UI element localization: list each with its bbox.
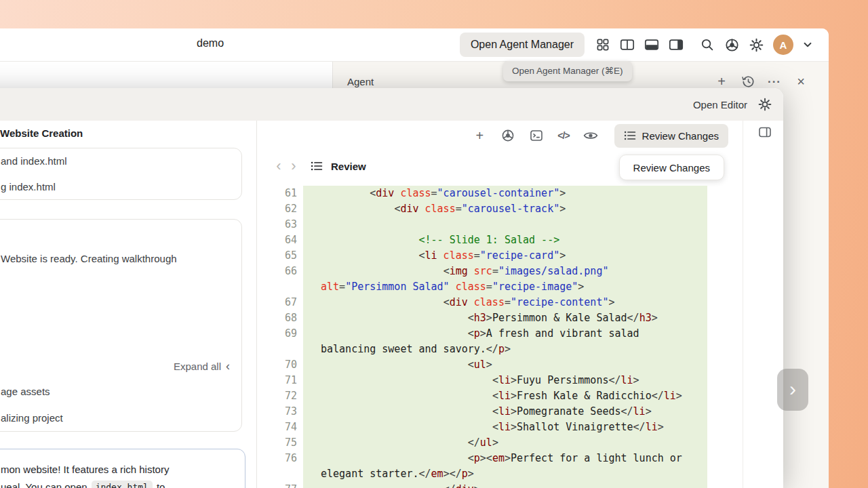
code-line: <li class="recipe-card"> xyxy=(303,248,707,264)
split-columns-icon[interactable] xyxy=(620,37,635,52)
file-changes-card: and index.html g index.html xyxy=(0,148,242,200)
code-row: 62 <div class="carousel-track"> xyxy=(257,201,743,217)
line-number: 71 xyxy=(257,373,303,388)
code-row: 75 </ul> xyxy=(257,435,743,451)
line-number xyxy=(257,279,303,295)
code-row: 66 <img src="images/salad.png" xyxy=(257,264,743,279)
line-number xyxy=(257,466,303,482)
add-icon[interactable]: + xyxy=(472,128,487,143)
right-rail xyxy=(743,121,783,488)
review-title: Review xyxy=(331,161,366,172)
code-line: elegant starter.</em></p> xyxy=(303,466,707,482)
message-fragment: to xyxy=(157,481,165,488)
line-number: 69 xyxy=(257,326,303,342)
chevron-down-icon[interactable] xyxy=(803,37,812,52)
code-line: alt="Persimmon Salad" class="recipe-imag… xyxy=(303,279,707,295)
code-row: 69 <p>A fresh and vibrant salad xyxy=(257,326,743,342)
code-line: <!-- Slide 1: Salad --> xyxy=(303,232,707,248)
chevron-right-icon: › xyxy=(789,379,796,399)
code-line: <div class="carousel-container"> xyxy=(303,186,707,201)
expand-all-button[interactable]: Expand all ‹ xyxy=(174,360,230,372)
code-line: <p><em>Perfect for a light lunch or xyxy=(303,451,707,466)
code-row: 72 <li>Fresh Kale & Radicchio</li> xyxy=(257,388,743,404)
line-number: 68 xyxy=(257,310,303,326)
changes-list-icon xyxy=(624,129,636,142)
browser-preview-icon[interactable] xyxy=(500,128,515,143)
more-options-icon[interactable]: ··· xyxy=(768,74,781,89)
eye-icon[interactable] xyxy=(583,128,598,143)
browser-toolbar: demo Open Agent Manager xyxy=(0,28,829,62)
message-text: ueal. You can open index.html to xyxy=(1,481,165,488)
review-toolbar: + </> xyxy=(257,121,743,150)
line-number: 62 xyxy=(257,201,303,217)
history-icon[interactable] xyxy=(741,74,755,89)
task-card: Website is ready. Creating walkthrough E… xyxy=(0,219,242,432)
code-line: <li>Pomegranate Seeds</li> xyxy=(303,404,707,420)
line-number: 67 xyxy=(257,295,303,310)
code-line: <div class="recipe-content"> xyxy=(303,295,707,310)
code-line: </ul> xyxy=(303,435,707,451)
code-line: <div class="carousel-track"> xyxy=(303,201,707,217)
assistant-message-card: mon website! It features a rich history … xyxy=(0,449,245,488)
line-number: 74 xyxy=(257,420,303,435)
code-row: 77 </div> xyxy=(257,482,743,488)
task-step: alizing project xyxy=(1,412,63,424)
avatar[interactable]: A xyxy=(773,35,793,55)
conversation-panel: Website Creation and index.html g index.… xyxy=(0,121,257,488)
agent-manager-window: Open Editor Website Creation and index.h… xyxy=(0,88,783,488)
line-number xyxy=(257,342,303,357)
code-line: <li>Shallot Vinaigrette</li> xyxy=(303,420,707,435)
code-editor[interactable]: 61 <div class="carousel-container">62 <d… xyxy=(257,182,743,488)
window-title: demo xyxy=(197,37,224,49)
code-icon[interactable]: </> xyxy=(557,128,569,143)
code-line: <li>Fresh Kale & Radicchio</li> xyxy=(303,388,707,404)
code-row: 76 <p><em>Perfect for a light lunch or xyxy=(257,451,743,466)
code-line: </div> xyxy=(303,482,707,488)
line-number: 63 xyxy=(257,217,303,232)
overlay-settings-gear-icon[interactable] xyxy=(758,98,772,111)
file-change-item[interactable]: g index.html xyxy=(0,174,241,200)
review-changes-popup-label: Review Changes xyxy=(633,162,710,174)
next-page-button[interactable]: › xyxy=(777,369,808,411)
search-icon[interactable] xyxy=(700,37,715,52)
line-number: 76 xyxy=(257,451,303,466)
back-icon[interactable]: ‹ xyxy=(271,159,286,174)
new-chat-icon[interactable]: + xyxy=(715,74,728,89)
code-line: <img src="images/salad.png" xyxy=(303,264,707,279)
conversation-title: Website Creation xyxy=(0,127,83,139)
code-row: balancing sweet and savory.</p> xyxy=(257,342,743,357)
panel-right-icon[interactable] xyxy=(758,125,772,139)
chrome-icon[interactable] xyxy=(724,37,739,52)
line-number: 64 xyxy=(257,232,303,248)
code-line: <ul> xyxy=(303,357,707,373)
screen: demo Open Agent Manager xyxy=(0,0,868,488)
inline-code-chip: index.html xyxy=(92,481,153,488)
terminal-icon[interactable] xyxy=(529,128,544,143)
code-line: <li>Fuyu Persimmons</li> xyxy=(303,373,707,388)
close-icon[interactable]: × xyxy=(794,74,808,89)
agent-panel-title: Agent xyxy=(347,76,374,87)
open-agent-manager-button[interactable]: Open Agent Manager xyxy=(460,33,585,57)
code-row: alt="Persimmon Salad" class="recipe-imag… xyxy=(257,279,743,295)
forward-icon[interactable]: › xyxy=(286,159,301,174)
message-fragment: ueal. You can open xyxy=(1,481,87,488)
line-number: 65 xyxy=(257,248,303,264)
toolbar-actions: Open Agent Manager xyxy=(460,28,812,61)
review-header: ‹ › Review Review Changes xyxy=(257,150,743,182)
status-text: Website is ready. Creating walkthrough xyxy=(1,253,177,264)
code-rows: 61 <div class="carousel-container">62 <d… xyxy=(257,186,743,488)
file-change-label: g index.html xyxy=(1,181,56,192)
code-line: <h3>Persimmon & Kale Salad</h3> xyxy=(303,310,707,326)
code-row: 73 <li>Pomegranate Seeds</li> xyxy=(257,404,743,420)
file-change-item[interactable]: and index.html xyxy=(0,148,241,174)
overlay-body: Website Creation and index.html g index.… xyxy=(0,121,783,488)
code-row: 63 xyxy=(257,217,743,232)
sidebar-right-icon[interactable] xyxy=(669,37,684,52)
split-rows-icon[interactable] xyxy=(644,37,659,52)
review-changes-popup-button[interactable]: Review Changes xyxy=(619,155,724,180)
open-editor-button[interactable]: Open Editor xyxy=(693,99,747,110)
apps-grid-icon[interactable] xyxy=(595,37,610,52)
code-row: 64 <!-- Slide 1: Salad --> xyxy=(257,232,743,248)
review-changes-button[interactable]: Review Changes xyxy=(614,124,728,148)
settings-gear-icon[interactable] xyxy=(749,37,764,52)
